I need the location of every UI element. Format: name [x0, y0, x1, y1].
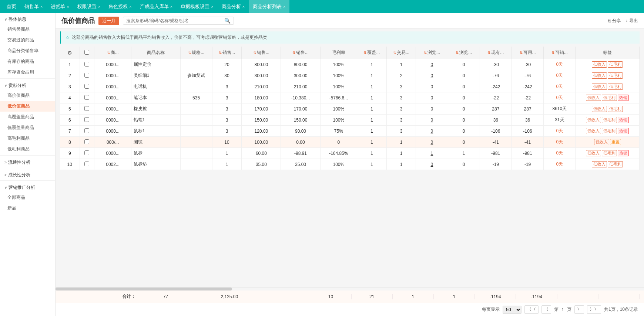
view1-link[interactable]: 0 — [431, 73, 433, 78]
search-icon[interactable]: 🔍 — [224, 18, 231, 24]
nav-close-sales[interactable]: × — [40, 4, 43, 9]
col-view2[interactable]: ⇅浏览... — [448, 47, 480, 59]
view1-link[interactable]: 0 — [431, 95, 433, 101]
row-check[interactable] — [80, 137, 94, 148]
col-current[interactable]: ⇅现有... — [480, 47, 511, 59]
sidebar-item-category-sales-rate[interactable]: 商品分类销售率 — [0, 45, 55, 56]
nav-purchase-order[interactable]: 进货单 × — [47, 0, 73, 13]
nav-close-permission[interactable]: × — [98, 4, 100, 9]
view1-link[interactable]: 0 — [431, 84, 433, 89]
scrollbar-thumb[interactable] — [56, 288, 232, 290]
page-size-select[interactable]: 50 100 — [503, 306, 521, 314]
col-qty[interactable]: ⇅销售... — [212, 47, 242, 59]
row-view1[interactable]: 0 — [416, 81, 448, 92]
export-button[interactable]: ↓ 导出 — [625, 18, 638, 24]
col-available[interactable]: ⇅可用... — [511, 47, 543, 59]
nav-product-analysis[interactable]: 商品分析 × — [218, 0, 248, 13]
row-check[interactable] — [80, 59, 94, 70]
row-checkbox[interactable] — [84, 139, 89, 144]
row-view1[interactable]: 0 — [416, 126, 448, 137]
view1-link[interactable]: 0 — [431, 140, 433, 145]
sidebar-item-high-value[interactable]: 高价值商品 — [0, 90, 55, 101]
sidebar-group-growth[interactable]: > 成长性分析 — [0, 169, 55, 180]
sidebar-item-sales-products[interactable]: 销售类商品 — [0, 24, 55, 35]
row-checkbox[interactable] — [84, 162, 89, 166]
row-checkbox[interactable] — [84, 150, 89, 155]
sidebar-group-contribution[interactable]: ∨ 贡献分析 — [0, 79, 55, 90]
row-check[interactable] — [80, 148, 94, 159]
row-check[interactable] — [80, 81, 94, 92]
view1-link[interactable]: 1 — [431, 151, 433, 156]
row-view1[interactable]: 0 — [416, 103, 448, 115]
row-view1[interactable]: 0 — [416, 70, 448, 81]
sidebar-item-new-products[interactable]: 新品 — [0, 203, 55, 214]
sidebar-group-marketing[interactable]: ∨ 营销推广分析 — [0, 181, 55, 192]
row-view1[interactable]: 0 — [416, 92, 448, 103]
row-view1[interactable]: 0 — [416, 159, 448, 170]
nav-home[interactable]: 首页 — [3, 0, 20, 13]
sidebar-item-traded-products[interactable]: 交易过的商品 — [0, 35, 55, 45]
row-checkbox[interactable] — [84, 62, 89, 67]
row-check[interactable] — [80, 159, 94, 170]
row-checkbox[interactable] — [84, 117, 89, 122]
nav-close-purchase[interactable]: × — [67, 4, 69, 9]
col-spec[interactable]: ⇅规格... — [180, 47, 212, 59]
row-checkbox[interactable] — [84, 95, 89, 100]
gear-icon[interactable]: ⚙ — [67, 50, 72, 56]
row-view1[interactable]: 0 — [416, 137, 448, 148]
row-check[interactable] — [80, 103, 94, 115]
sidebar-group-overall[interactable]: ∨ 整体信息 — [0, 13, 55, 24]
nav-product-inbound[interactable]: 产成品入库单 × — [136, 0, 176, 13]
sidebar-group-liquidity[interactable]: > 流通性分析 — [0, 156, 55, 167]
search-input[interactable] — [126, 18, 224, 23]
col-amount[interactable]: ⇅销售... — [242, 47, 281, 59]
col-code[interactable]: ⇅商... — [94, 47, 131, 59]
col-name[interactable]: 商品名称 — [131, 47, 180, 59]
nav-template-settings[interactable]: 单据模板设置 × — [177, 0, 217, 13]
nav-close-inbound[interactable]: × — [170, 4, 172, 9]
row-checkbox[interactable] — [84, 73, 89, 78]
row-checkbox[interactable] — [84, 106, 89, 111]
row-check[interactable] — [80, 70, 94, 81]
nav-close-role[interactable]: × — [129, 4, 131, 9]
prev-page-button[interactable]: 〈 — [541, 305, 551, 314]
view1-link[interactable]: 0 — [431, 106, 433, 112]
select-all-checkbox[interactable] — [84, 50, 89, 55]
sidebar-item-all-products[interactable]: 全部商品 — [0, 192, 55, 203]
view1-link[interactable]: 0 — [431, 129, 433, 134]
row-view1[interactable]: 0 — [416, 59, 448, 70]
sidebar-item-high-margin[interactable]: 高毛利商品 — [0, 133, 55, 144]
col-gear[interactable]: ⚙ — [60, 47, 80, 59]
view1-link[interactable]: 0 — [431, 62, 433, 67]
col-trade[interactable]: ⇅交易... — [386, 47, 416, 59]
row-view1[interactable]: 1 — [416, 148, 448, 159]
nav-product-analysis-list[interactable]: 商品分析列表 × — [249, 0, 289, 13]
row-check[interactable] — [80, 126, 94, 137]
sidebar-item-stocked-products[interactable]: 有库存的商品 — [0, 56, 55, 67]
share-button[interactable]: ⎘ 分享 — [608, 18, 621, 24]
nav-permission[interactable]: 权限设置 × — [74, 0, 104, 13]
scrollbar-area[interactable] — [56, 288, 644, 290]
row-check[interactable] — [80, 92, 94, 103]
view1-link[interactable]: 0 — [431, 162, 433, 167]
col-check[interactable] — [80, 47, 94, 59]
nav-role-auth[interactable]: 角色授权 × — [105, 0, 135, 13]
nav-close-analysis-list[interactable]: × — [283, 4, 285, 9]
col-view1[interactable]: ⇅浏览... — [416, 47, 448, 59]
nav-close-template[interactable]: × — [211, 4, 213, 9]
col-saleable[interactable]: ⇅可销... — [544, 47, 576, 59]
row-checkbox[interactable] — [84, 128, 89, 133]
nav-close-analysis[interactable]: × — [242, 4, 245, 9]
col-margin[interactable]: 毛利率 — [320, 47, 357, 59]
row-check[interactable] — [80, 115, 94, 126]
last-page-button[interactable]: 〉〉 — [587, 305, 601, 314]
sidebar-item-high-coverage[interactable]: 高覆盖量商品 — [0, 112, 55, 122]
nav-sales-order[interactable]: 销售单 × — [21, 0, 46, 13]
sidebar-item-low-value[interactable]: 低价值商品 — [0, 101, 55, 112]
row-view1[interactable]: 0 — [416, 115, 448, 126]
view1-link[interactable]: 0 — [431, 118, 433, 123]
sidebar-item-inventory-capital[interactable]: 库存资金占用 — [0, 67, 55, 78]
col-cover[interactable]: ⇅覆盖... — [357, 47, 387, 59]
filter-recent-month-button[interactable]: 近一月 — [98, 17, 119, 25]
sidebar-item-low-margin[interactable]: 低毛利商品 — [0, 144, 55, 154]
